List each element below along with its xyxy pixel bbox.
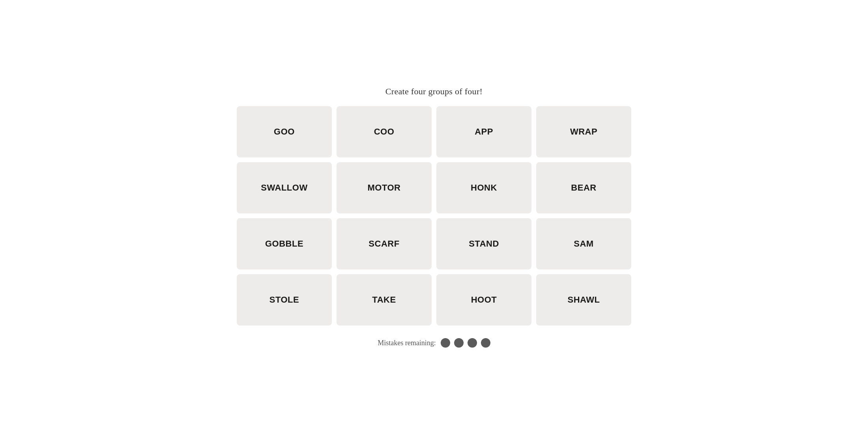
mistake-dot-0 [441, 338, 450, 348]
tile-label: TAKE [372, 295, 396, 305]
tile-label: WRAP [570, 127, 597, 137]
subtitle: Create four groups of four! [385, 86, 483, 97]
tile-gobble[interactable]: GOBBLE [237, 218, 332, 269]
tile-wrap[interactable]: WRAP [536, 106, 631, 157]
tile-label: GOO [274, 127, 295, 137]
tile-goo[interactable]: GOO [237, 106, 332, 157]
mistake-dot-2 [468, 338, 477, 348]
tile-label: SHAWL [568, 295, 600, 305]
mistake-dot-3 [481, 338, 490, 348]
tile-label: SCARF [369, 239, 399, 249]
tile-label: STOLE [269, 295, 299, 305]
mistakes-area: Mistakes remaining: [378, 338, 490, 348]
tile-label: STAND [469, 239, 499, 249]
tile-swallow[interactable]: SWALLOW [237, 162, 332, 213]
mistakes-label: Mistakes remaining: [378, 339, 436, 347]
tile-label: SAM [574, 239, 593, 249]
tile-label: BEAR [571, 183, 596, 193]
tile-label: SWALLOW [261, 183, 307, 193]
tile-label: GOBBLE [265, 239, 303, 249]
tile-hoot[interactable]: HOOT [436, 274, 531, 326]
tile-honk[interactable]: HONK [436, 162, 531, 213]
tile-label: HOOT [471, 295, 497, 305]
tile-stole[interactable]: STOLE [237, 274, 332, 326]
mistakes-dots [441, 338, 490, 348]
tile-take[interactable]: TAKE [337, 274, 432, 326]
tile-coo[interactable]: COO [337, 106, 432, 157]
tile-app[interactable]: APP [436, 106, 531, 157]
tile-bear[interactable]: BEAR [536, 162, 631, 213]
tile-shawl[interactable]: SHAWL [536, 274, 631, 326]
tile-label: COO [374, 127, 395, 137]
tile-grid: GOOCOOAPPWRAPSWALLOWMOTORHONKBEARGOBBLES… [237, 106, 631, 326]
game-container: Create four groups of four! GOOCOOAPPWRA… [237, 86, 631, 348]
tile-motor[interactable]: MOTOR [337, 162, 432, 213]
mistake-dot-1 [454, 338, 464, 348]
tile-scarf[interactable]: SCARF [337, 218, 432, 269]
tile-label: APP [475, 127, 493, 137]
tile-label: MOTOR [368, 183, 401, 193]
tile-sam[interactable]: SAM [536, 218, 631, 269]
tile-stand[interactable]: STAND [436, 218, 531, 269]
tile-label: HONK [471, 183, 497, 193]
